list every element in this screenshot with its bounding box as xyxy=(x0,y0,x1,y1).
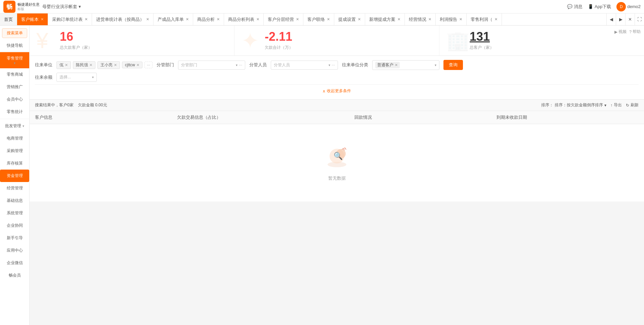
star-icon: ✦ xyxy=(241,28,259,53)
message-icon: 💬 xyxy=(567,4,572,9)
tab-inbound[interactable]: 产成品入库单 ✕ xyxy=(154,13,193,26)
logo-line2: 标版 xyxy=(17,7,40,11)
query-btn[interactable]: 查询 xyxy=(443,60,463,70)
sidebar-item-purchase[interactable]: 采购管理 xyxy=(0,145,29,157)
logo-text: 畅捷通好生意 标版 xyxy=(17,2,40,11)
yuan-icon: ¥ xyxy=(36,28,48,53)
close-icon[interactable]: ✕ xyxy=(146,17,149,22)
stat-debtors-value: 16 xyxy=(60,31,92,43)
avatar: D xyxy=(616,2,626,11)
sidebar-item-retail-stats[interactable]: 零售统计 xyxy=(0,106,29,118)
sidebar-item-retail-shop[interactable]: 零售商城 xyxy=(0,68,29,81)
tab-customer-contact[interactable]: 客户联络 ✕ xyxy=(303,13,334,26)
chevron-down-icon-2: ▾ xyxy=(329,63,330,67)
result-bar: 搜索结果中，客户0家 欠款金额 0.00元 排序： 排序：按欠款金额倒序排序 ▾… xyxy=(30,100,644,111)
balance-select[interactable]: 选择... ▾ xyxy=(56,73,97,82)
tab-customer-layer[interactable]: 客户分层经营 ✕ xyxy=(264,13,303,26)
tab-commission[interactable]: 提成设置 ✕ xyxy=(334,13,365,26)
sidebar-item-member-center[interactable]: 会员中心 xyxy=(0,93,29,106)
account-dropdown[interactable]: 母婴行业演示帐套 ▾ xyxy=(42,4,81,10)
main-layout: 搜索菜单 快捷导航 零售管理 ▾ 零售商城 营销推广 会员中心 零售统计 批发管… xyxy=(0,26,644,325)
tag-wang: 王小亮 ✕ xyxy=(97,61,120,69)
account-label: 母婴行业演示帐套 xyxy=(42,4,77,10)
col-debt-info: 欠款交易信息（占比） xyxy=(177,114,355,120)
nav-close-all-btn[interactable]: ✕ xyxy=(625,13,635,26)
sidebar-item-apps[interactable]: 应用中心 xyxy=(0,244,29,257)
close-icon[interactable]: ✕ xyxy=(327,17,330,22)
unit-label: 往来单位 xyxy=(35,62,52,68)
sidebar-item-inventory[interactable]: 库存核算 xyxy=(0,157,29,170)
close-icon[interactable]: ✕ xyxy=(459,17,462,22)
tab-purchase[interactable]: 采购订单统计表 ✕ xyxy=(48,13,92,26)
quick-nav-btn[interactable]: 快捷导航 xyxy=(0,41,29,50)
tab-business[interactable]: 经营情况 ✕ xyxy=(405,13,436,26)
dept-select[interactable]: 分管部门 ▾ ··· xyxy=(178,61,245,70)
tab-accounts[interactable]: 客户账本 ✕ xyxy=(17,13,48,26)
tab-goods-analysis[interactable]: 商品分析 ✕ xyxy=(193,13,224,26)
sidebar-item-ecommerce[interactable]: 电商管理 xyxy=(0,132,29,145)
remove-unit-type-tag[interactable]: ✕ xyxy=(395,63,398,67)
message-btn[interactable]: 💬 消息 xyxy=(567,4,583,10)
unit-tags: 佤 ✕ 陈民强 ✕ 王小亮 ✕ cjttcw ✕ ··· xyxy=(56,61,153,69)
close-icon[interactable]: ✕ xyxy=(296,17,299,22)
chevron-down-icon: ▾ xyxy=(23,124,24,128)
sidebar-item-basics[interactable]: 基础信息 xyxy=(0,194,29,207)
tab-goods-list[interactable]: 商品分析列表 ✕ xyxy=(224,13,264,26)
tab-home[interactable]: 首页 xyxy=(0,13,17,26)
sidebar-item-wholesale[interactable]: 批发管理 ▾ xyxy=(0,120,29,132)
close-icon[interactable]: ✕ xyxy=(256,17,259,22)
tab-goods-stats[interactable]: 进货单统计表（按商品） ✕ xyxy=(92,13,154,26)
top-bar: 畅 畅捷通好生意 标版 母婴行业演示帐套 ▾ 💬 消息 📱 App下载 D de… xyxy=(0,0,644,13)
sidebar-item-enterprise[interactable]: 企业协同 xyxy=(0,219,29,232)
export-btn[interactable]: ↑ 导出 xyxy=(610,102,622,108)
person-select[interactable]: 分管人员 ▾ ··· xyxy=(271,61,338,70)
sidebar-item-finance[interactable]: 资金管理 xyxy=(0,170,29,182)
sidebar-item-member[interactable]: 畅会员 xyxy=(0,269,29,282)
refresh-icon: ↻ xyxy=(626,103,629,108)
chevron-down-icon-sort: ▾ xyxy=(604,103,606,108)
close-icon[interactable]: ✕ xyxy=(85,17,88,22)
remove-tag-wang[interactable]: ✕ xyxy=(114,63,117,67)
search-menu-btn[interactable]: 搜索菜单 xyxy=(2,28,27,38)
stat-debt-label: 欠款合计（万） xyxy=(265,45,293,50)
balance-label: 往来余额 xyxy=(35,74,52,80)
help-btn[interactable]: ? 帮助 xyxy=(629,29,641,35)
close-icon[interactable]: ✕ xyxy=(358,17,361,22)
remove-tag-cj[interactable]: ✕ xyxy=(136,63,139,67)
more-icon[interactable]: ··· xyxy=(239,63,242,67)
sidebar-item-system[interactable]: 系统管理 xyxy=(0,207,29,219)
close-icon[interactable]: ✕ xyxy=(495,17,498,22)
nav-prev-btn[interactable]: ◀ xyxy=(606,13,616,26)
tab-new-commission[interactable]: 新增提成方案 ✕ xyxy=(365,13,405,26)
unit-type-select[interactable]: 普通客户 ✕ ▾ xyxy=(372,60,439,70)
more-icon-2[interactable]: ··· xyxy=(332,63,335,67)
stat-debtors-text: 16 总欠款客户（家） xyxy=(60,31,92,50)
nav-maximize-btn[interactable]: ⛶ xyxy=(635,13,644,26)
more-tags-btn[interactable]: ··· xyxy=(144,62,153,68)
sort-select[interactable]: 排序： 排序：按欠款金额倒序排序 ▾ xyxy=(541,102,606,108)
close-icon[interactable]: ✕ xyxy=(41,17,44,22)
video-help-btn[interactable]: ▶ 视频 xyxy=(614,29,627,35)
sidebar-item-operations[interactable]: 经营管理 xyxy=(0,182,29,194)
close-icon[interactable]: ✕ xyxy=(397,17,400,22)
app-download-btn[interactable]: 📱 App下载 xyxy=(588,4,611,10)
tab-retail-profit[interactable]: 零售利润（ ✕ xyxy=(467,13,502,26)
stat-total-debtors: ¥ 16 总欠款客户（家） xyxy=(30,26,234,56)
refresh-btn[interactable]: ↻ 刷新 xyxy=(626,102,639,108)
sidebar-divider xyxy=(0,51,29,51)
sidebar-item-marketing[interactable]: 营销推广 xyxy=(0,81,29,93)
remove-tag-chen[interactable]: ✕ xyxy=(89,63,92,67)
chevron-down-icon-4: ▾ xyxy=(92,75,94,79)
collapse-btn[interactable]: ∧ 收起更多条件 xyxy=(323,87,351,95)
sidebar-item-guide[interactable]: 新手引导 xyxy=(0,232,29,244)
sidebar-item-retail[interactable]: 零售管理 ▾ xyxy=(0,52,29,68)
sidebar-item-wechat[interactable]: 企业微信 xyxy=(0,257,29,269)
user-menu[interactable]: D demo2 xyxy=(616,2,641,11)
stat-help-btns: ▶ 视频 ? 帮助 xyxy=(614,29,641,35)
nav-next-btn[interactable]: ▶ xyxy=(616,13,625,26)
close-icon[interactable]: ✕ xyxy=(186,17,189,22)
remove-tag-wa[interactable]: ✕ xyxy=(65,63,68,67)
close-icon[interactable]: ✕ xyxy=(428,17,431,22)
tab-profit[interactable]: 利润报告 ✕ xyxy=(436,13,467,26)
close-icon[interactable]: ✕ xyxy=(217,17,220,22)
